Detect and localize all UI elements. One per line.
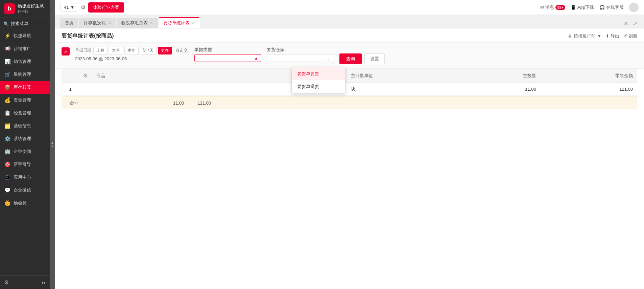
finance-icon: 💰 [4,97,11,103]
date-filter-label: 单据日期 [75,47,91,53]
app-logo: b 畅捷通好生意 标准版 [0,0,50,18]
sidebar-item-marketing[interactable]: 📢 营销推广 [0,42,50,55]
refresh-icon: ↺ [623,34,627,39]
warehouse-select-input[interactable] [270,55,327,61]
online-service-item[interactable]: 🎧 在线客服 [599,4,624,10]
marketing-icon: 📢 [4,46,11,52]
search-menu[interactable]: 🔍 搜索菜单 [0,18,50,29]
column-settings-icon[interactable]: ⚙ [83,73,88,79]
prev-month-btn[interactable]: 上月 [93,47,108,54]
this-month-btn[interactable]: 本月 [109,47,123,54]
sidebar-item-enterprise[interactable]: 🏢 企业协同 [0,145,50,158]
sidebar-item-purchase[interactable]: 🛒 采购管理 [0,68,50,81]
search-icon: 🔍 [3,21,9,26]
sidebar-footer: ⚙ ⏮ [0,275,50,289]
footer-label: 合计 [66,100,78,106]
dropdown-option-return[interactable]: 要货单退货 [292,80,345,93]
cell-unit: 块 [347,83,460,96]
operation-icon: 📋 [4,110,11,116]
tab-batch-account[interactable]: 库存批次账 ✕ [79,18,116,28]
collapse-sidebar-icon[interactable]: ⏮ [41,280,46,286]
export-button[interactable]: ⬇ 导出 [605,33,619,39]
guide-icon: 🎯 [4,161,11,168]
custom-date-btn[interactable]: 自定义 [174,47,189,54]
filter-bar: » 单据日期 上月 本月 本年 近7天 更多 自定义 2023-05-06 至 … [55,43,644,69]
message-item[interactable]: ✉ 消息 99+ [540,4,565,10]
warehouse-select-wrapper[interactable]: … [267,54,334,62]
this-year-btn[interactable]: 本年 [124,47,139,54]
trial-button[interactable]: 体验行业方案 [88,2,124,13]
tab-close-order[interactable]: ✕ [192,21,195,25]
table-row: 1 块 11.00 121.00 [62,83,637,96]
sidebar-item-system[interactable]: ⚙️ 系统管理 [0,132,50,145]
col-quantity: 主数量 [460,69,540,83]
tab-close-collect[interactable]: ✕ [150,21,153,25]
date-range-display: 2023-05-06 至 2023-06-06 [75,56,127,62]
table-area: ⚙ 商品 主计量单位 主数量 零售金额 1 [55,69,644,109]
cell-quantity: 11.00 [460,83,540,96]
filter-toggle-btn[interactable]: » [62,47,70,55]
tab-collect-summary[interactable]: 收发存汇总表 ✕ [117,18,158,28]
sidebar-item-finance[interactable]: 💰 资金管理 [0,94,50,107]
scroll-arrow-icon: ▲▼ [51,141,54,148]
sidebar-nav: ⚡ 快捷导航 📢 营销推广 📊 销售管理 🛒 采购管理 📦 库存核算 💰 资金管… [0,29,50,275]
app-download-item[interactable]: 📱 App下载 [571,4,594,10]
col-settings: ⚙ [79,69,92,83]
topbar-settings-icon[interactable]: ⚙ [81,4,86,10]
cell-amount: 121.00 [540,83,637,96]
type-select-arrow-icon[interactable]: ▲ [254,56,258,61]
service-icon: 🎧 [599,5,605,10]
vip-icon: 👑 [4,200,11,206]
sidebar-item-guide[interactable]: 🎯 新手引导 [0,158,50,171]
footer-amount: 121.00 [198,101,211,106]
sidebar-item-basic-info[interactable]: 🗂️ 基础信息 [0,119,50,132]
col-unit: 主计量单位 [347,69,460,83]
type-select-input[interactable] [197,55,254,61]
sidebar-item-operation[interactable]: 📋 经营管理 [0,107,50,119]
app-version: 标准版 [18,9,44,14]
tabs-actions: ✕ ⤢ [622,19,639,28]
query-button[interactable]: 查询 [339,53,362,64]
topbar: 41 ▼ ⚙ 体验行业方案 ✉ 消息 99+ 📱 App下载 🎧 在线客服 [55,0,644,15]
sidebar-item-wechat[interactable]: 💬 企业微信 [0,184,50,197]
date-range-row: 2023-05-06 至 2023-06-06 [75,56,189,62]
tab-close-batch[interactable]: ✕ [108,21,111,25]
tab-order-stats[interactable]: 要货单统计表 ✕ [159,17,200,28]
refresh-button[interactable]: ↺ 刷新 [623,33,637,39]
type-select-wrapper[interactable]: ▲ [194,54,261,62]
sidebar-item-inventory[interactable]: 📦 库存核算 [0,81,50,94]
date-quick-buttons: 上月 本月 本年 近7天 更多 [93,47,172,54]
date-filter-group: 单据日期 上月 本月 本年 近7天 更多 自定义 2023-05-06 至 20… [75,47,189,62]
sidebar-item-sales[interactable]: 📊 销售管理 [0,55,50,68]
main-content: 41 ▼ ⚙ 体验行业方案 ✉ 消息 99+ 📱 App下载 🎧 在线客服 [55,0,644,289]
recent7-btn[interactable]: 近7天 [140,47,157,54]
tab-home[interactable]: 首页 [60,18,78,28]
tab-bar: 首页 库存批次账 ✕ 收发存汇总表 ✕ 要货单统计表 ✕ ✕ ⤢ [55,15,644,28]
filter-settings-button[interactable]: 设置 [364,53,385,64]
settings-footer-icon[interactable]: ⚙ [4,279,9,286]
warehouse-more-icon[interactable]: … [327,55,331,61]
footer-quantity: 11.00 [173,101,184,106]
tab-close-all-icon[interactable]: ✕ [622,19,629,28]
sidebar-item-quick-nav[interactable]: ⚡ 快捷导航 [0,29,50,42]
quick-nav-icon: ⚡ [4,33,11,39]
purchase-icon: 🛒 [4,71,11,77]
print-dropdown-icon: ▼ [597,34,601,39]
logo-icon: b [4,3,15,14]
more-dates-btn[interactable]: 更多 [158,47,172,54]
page-header: 要货单统计表(按商品) 🖨 按模板打印 ▼ ⬇ 导出 ↺ 刷新 [55,28,644,43]
print-icon: 🖨 [568,34,572,39]
message-badge: 99+ [555,5,565,10]
store-selector[interactable]: 41 ▼ [60,3,78,12]
topbar-right: ✉ 消息 99+ 📱 App下载 🎧 在线客服 [540,3,639,12]
sidebar-item-vip[interactable]: 👑 畅会员 [0,197,50,209]
sales-icon: 📊 [4,59,11,65]
enterprise-icon: 🏢 [4,149,11,155]
sidebar-scroll[interactable]: ▲▼ [50,0,55,289]
tab-expand-icon[interactable]: ⤢ [631,19,639,28]
user-avatar[interactable] [629,3,639,12]
dropdown-option-order[interactable]: 要货单要货 [292,67,345,80]
print-button[interactable]: 🖨 按模板打印 ▼ [568,33,601,39]
sidebar-item-app-center[interactable]: 📱 应用中心 [0,171,50,184]
type-filter-group: 单据类型 ▲ [194,47,261,62]
